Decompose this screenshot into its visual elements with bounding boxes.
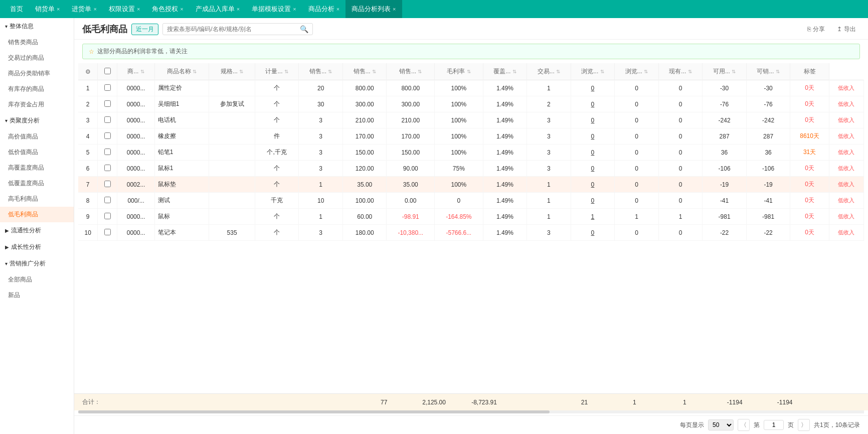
row-no: 9 xyxy=(78,209,98,225)
sidebar-item-low-coverage[interactable]: 低覆盖度商品 xyxy=(0,176,74,191)
row-code: 0000... xyxy=(117,225,155,241)
close-icon[interactable]: × xyxy=(393,6,396,12)
nav-sales[interactable]: 销货单 × xyxy=(29,0,66,18)
col-gross-margin: 覆盖... ⇅ xyxy=(483,63,527,80)
row-checkbox[interactable] xyxy=(98,96,117,112)
scrollbar-thumb[interactable] xyxy=(78,410,550,413)
row-stock: -30 xyxy=(703,80,747,96)
sidebar-item-in-stock[interactable]: 有库存的商品 xyxy=(0,81,74,97)
sidebar-section-overview[interactable]: ▾ 整体信息 xyxy=(0,18,74,35)
nav-product-analysis[interactable]: 商品分析 × xyxy=(302,0,345,18)
close-icon[interactable]: × xyxy=(93,6,96,12)
nav-product-in[interactable]: 产成品入库单 × xyxy=(190,0,246,18)
export-button[interactable]: ↥ 导出 xyxy=(833,24,860,35)
sidebar-item-low-value[interactable]: 低价值商品 xyxy=(0,144,74,160)
col-browse1: 浏览... ⇅ xyxy=(615,63,659,80)
row-checkbox[interactable] xyxy=(98,225,117,241)
close-icon[interactable]: × xyxy=(237,6,240,12)
row-checkbox[interactable] xyxy=(98,193,117,209)
col-available: 可销... ⇅ xyxy=(746,63,790,80)
top-nav: 首页 销货单 × 进货单 × 权限设置 × 角色授权 × 产成品入库单 × 单据… xyxy=(0,0,868,18)
nav-template[interactable]: 单据模板设置 × xyxy=(246,0,302,18)
row-name: 测试 xyxy=(154,193,209,209)
sidebar-item-low-margin[interactable]: 低毛利商品 xyxy=(0,207,74,222)
nav-home[interactable]: 首页 xyxy=(4,0,29,18)
row-name: 橡皮擦 xyxy=(154,128,209,144)
row-gross-margin: 1.49% xyxy=(483,193,527,209)
row-qty: 3 xyxy=(299,112,343,128)
search-input[interactable] xyxy=(167,26,300,33)
chevron-down-icon: ▾ xyxy=(5,261,8,266)
sidebar-item-capital[interactable]: 库存资金占用 xyxy=(0,97,74,112)
sidebar-item-high-coverage[interactable]: 高覆盖度商品 xyxy=(0,160,74,176)
sidebar-item-high-margin[interactable]: 高毛利商品 xyxy=(0,191,74,207)
sidebar-section-growth[interactable]: ▶ 成长性分析 xyxy=(0,239,74,255)
date-filter[interactable]: 近一月 xyxy=(131,24,158,35)
row-checkbox[interactable] xyxy=(98,80,117,96)
row-coverage: 1 xyxy=(527,177,571,193)
row-profit-rate: 75% xyxy=(435,161,483,177)
row-coverage: 3 xyxy=(527,144,571,161)
row-spec xyxy=(209,177,255,193)
table-container: ⚙ 商... ⇅ 商品名称 ⇅ 规格... ⇅ 计量... ⇅ 销售... ⇅ … xyxy=(74,63,868,393)
prev-page-button[interactable]: 〈 xyxy=(738,419,750,431)
row-checkbox[interactable] xyxy=(98,128,117,144)
row-checkbox[interactable] xyxy=(98,177,117,193)
col-code: 商... ⇅ xyxy=(117,63,155,80)
row-spec xyxy=(209,112,255,128)
row-checkbox[interactable] xyxy=(98,112,117,128)
sidebar-section-cluster[interactable]: ▾ 类聚度分析 xyxy=(0,112,74,129)
sidebar-item-sales-goods[interactable]: 销售类商品 xyxy=(0,35,74,50)
search-box: 🔍 xyxy=(162,23,313,35)
sidebar-item-category-rate[interactable]: 商品分类助销率 xyxy=(0,66,74,81)
row-browse1: 0 xyxy=(615,96,659,112)
sidebar-section-marketing[interactable]: ▾ 营销推广分析 xyxy=(0,255,74,272)
row-tag: 低收入 xyxy=(829,80,863,96)
table-row: 9 0000... 鼠标 个 1 60.00 -98.91 -164.85% 1… xyxy=(78,209,864,225)
sidebar-item-all-goods[interactable]: 全部商品 xyxy=(0,272,74,287)
row-profit: 35.00 xyxy=(387,177,435,193)
row-spec xyxy=(209,144,255,161)
close-icon[interactable]: × xyxy=(137,6,140,12)
col-settings[interactable]: ⚙ xyxy=(78,63,98,80)
row-profit: 300.00 xyxy=(387,96,435,112)
row-available: -22 xyxy=(746,225,790,241)
row-gross-margin: 1.49% xyxy=(483,112,527,128)
horizontal-scrollbar[interactable] xyxy=(78,410,864,413)
row-tag: 低收入 xyxy=(829,161,863,177)
row-unit: 千克 xyxy=(255,193,299,209)
nav-permission[interactable]: 权限设置 × xyxy=(103,0,146,18)
footer-total-trade: 21 xyxy=(559,399,609,406)
row-stock: 36 xyxy=(703,144,747,161)
select-all-checkbox[interactable] xyxy=(104,68,111,74)
row-no: 7 xyxy=(78,177,98,193)
nav-product-list[interactable]: 商品分析列表 × xyxy=(345,0,402,18)
share-button[interactable]: ⎘ 分享 xyxy=(803,24,829,35)
sidebar-item-traded-goods[interactable]: 交易过的商品 xyxy=(0,50,74,66)
row-checkbox[interactable] xyxy=(98,144,117,161)
close-icon[interactable]: × xyxy=(293,6,296,12)
sidebar-item-new-goods[interactable]: 新品 xyxy=(0,287,74,303)
row-price: 60.00 xyxy=(342,209,387,225)
row-available: -106 xyxy=(746,161,790,177)
close-icon[interactable]: × xyxy=(336,6,339,12)
nav-role[interactable]: 角色授权 × xyxy=(146,0,189,18)
close-icon[interactable]: × xyxy=(57,6,60,12)
page-input[interactable] xyxy=(764,420,784,430)
row-no: 6 xyxy=(78,161,98,177)
row-price: 35.00 xyxy=(342,177,387,193)
row-code: 0000... xyxy=(117,161,155,177)
search-icon[interactable]: 🔍 xyxy=(300,25,308,33)
sidebar-item-high-value[interactable]: 高价值商品 xyxy=(0,129,74,144)
row-checkbox[interactable] xyxy=(98,209,117,225)
close-icon[interactable]: × xyxy=(180,6,183,12)
page-size-select[interactable]: 50 100 200 xyxy=(708,419,734,430)
warning-icon: ☆ xyxy=(89,48,94,55)
col-price: 销售... ⇅ xyxy=(342,63,387,80)
nav-purchase[interactable]: 进货单 × xyxy=(66,0,102,18)
next-page-button[interactable]: 〉 xyxy=(798,419,810,431)
sidebar-section-liquidity[interactable]: ▶ 流通性分析 xyxy=(0,222,74,239)
row-checkbox[interactable] xyxy=(98,161,117,177)
row-profit: 150.00 xyxy=(387,144,435,161)
col-name: 商品名称 ⇅ xyxy=(154,63,209,80)
